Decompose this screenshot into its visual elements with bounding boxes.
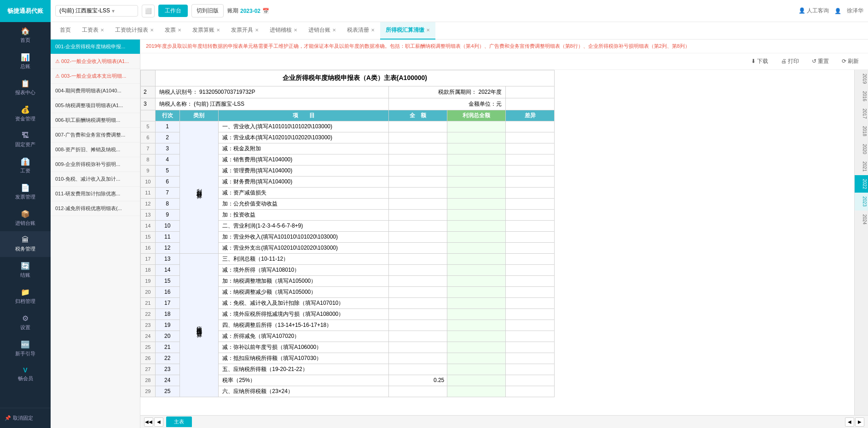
download-button[interactable]: ⬇ 下载	[747, 56, 772, 67]
year-2020[interactable]: 2020	[855, 140, 868, 158]
tab-purchase-audit[interactable]: 进销稽核 ✕	[264, 22, 303, 40]
tax-list-item-010[interactable]: 010-免税、减计收入及加计...	[51, 172, 140, 187]
company-selector[interactable]: (勾前) 江西服宝-LSS ▾	[55, 5, 138, 17]
print-button[interactable]: 🖨 打印	[777, 56, 803, 67]
sidebar-item-ledger[interactable]: 📊 总账	[0, 48, 51, 74]
guide-icon: 🆕	[21, 340, 30, 349]
tab-invoice-calc[interactable]: 发票算账 ✕	[187, 22, 226, 40]
close-tab-invoice[interactable]: ✕	[178, 28, 181, 33]
tab-payroll[interactable]: 工资表 ✕	[76, 22, 110, 40]
sidebar-label-purchase-sales: 进销台账	[15, 220, 35, 227]
table-container[interactable]: 企业所得税年度纳税申报表（A类）主表(A100000) 2 纳税人识别号： 91…	[140, 70, 854, 416]
close-tab-purchase-ledger[interactable]: ✕	[332, 28, 336, 33]
tab-tax-list[interactable]: 税表清册 ✕	[341, 22, 380, 40]
tax-list-item-004[interactable]: 004-期间费用明细表(A1040...	[51, 84, 140, 98]
nav-tabs: 首页 工资表 ✕ 工资统计报表 ✕ 发票 ✕ 发票算账 ✕ 发票开具 ✕ 进销稽…	[51, 22, 868, 40]
sidebar-label-guide: 新手引导	[15, 350, 35, 357]
close-tab-purchase-audit[interactable]: ✕	[294, 28, 297, 33]
sidebar-item-settings[interactable]: ⚙ 设置	[0, 309, 51, 336]
tab-payroll-stats[interactable]: 工资统计报表 ✕	[110, 22, 159, 40]
sidebar-label-ledger: 总账	[20, 63, 30, 70]
sidebar-item-invoices[interactable]: 📄 发票管理	[0, 179, 51, 205]
tax-list-item-001[interactable]: 001-企业所得税年度纳税申报...	[51, 40, 140, 54]
pin-icon: 📌	[5, 415, 11, 421]
tab-invoice-open[interactable]: 发票开具 ✕	[226, 22, 264, 40]
scroll-left-btn[interactable]: ◀	[845, 417, 854, 427]
calendar-icon[interactable]: 📅	[262, 8, 269, 14]
taxpayer-id-value: 91320500703719732P	[199, 89, 255, 95]
warn-icon-002: ⚠	[55, 58, 61, 64]
taxpayer-name-value: (勾前) 江西服宝-LSS	[194, 101, 244, 107]
taxpayer-name-label: 纳税人名称：	[159, 101, 192, 107]
nav-first-btn[interactable]: ◀◀	[144, 417, 153, 427]
col-header-diff: 差异	[506, 110, 555, 121]
table-row: 1713应纳税所得额计算三、利润总额（10-11-12）	[141, 253, 555, 264]
sidebar-label-reports: 报表中心	[15, 89, 35, 96]
year-2019[interactable]: 2019	[855, 70, 868, 87]
tax-list-item-011[interactable]: 011-研发费用加计扣除优惠...	[51, 187, 140, 201]
sidebar-item-tax[interactable]: 🏛 税务管理	[0, 231, 51, 257]
table-header-row: 行次 类别 项 目 全 额 利润总全额 差异	[141, 110, 555, 121]
topbar: (勾前) 江西服宝-LSS ▾ ⬜ 工作台 切到旧版 账期 2023-02 📅 …	[51, 0, 868, 22]
tax-list-item-012[interactable]: 012-减免所得税优惠明细表(...	[51, 201, 140, 216]
col-header-profit: 利润总全额	[447, 110, 506, 121]
col-header-line: 行次	[155, 110, 179, 121]
refresh-button[interactable]: ⟳ 刷新	[838, 56, 862, 67]
sidebar-item-funds[interactable]: 💰 资金管理	[0, 101, 51, 127]
title-row: 企业所得税年度纳税申报表（A类）主表(A100000)	[141, 70, 555, 86]
sidebar-item-home[interactable]: 🏠 首页	[0, 22, 51, 48]
tax-list-item-008[interactable]: 008-资产折旧、摊销及纳税...	[51, 143, 140, 157]
tab-purchase-ledger[interactable]: 进销台账 ✕	[303, 22, 341, 40]
close-tab-invoice-calc[interactable]: ✕	[216, 28, 220, 33]
scroll-right-btn[interactable]: ▶	[855, 417, 864, 427]
year-2017[interactable]: 2017	[855, 105, 868, 122]
sidebar-item-assets[interactable]: 🏗 固定资产	[0, 127, 51, 153]
close-tab-income-tax[interactable]: ✕	[426, 28, 430, 33]
tax-list-item-002[interactable]: ⚠ 002-一般企业收入明细表(A1...	[51, 54, 140, 69]
taxpayer-id-label: 纳税人识别号：	[159, 89, 198, 95]
table-row: 51利润总额计算一、营业收入(填写A101010\101020\103000)	[141, 121, 555, 132]
sidebar-item-payroll[interactable]: 👔 工资	[0, 153, 51, 179]
print-icon-btn[interactable]: ⬜	[142, 5, 155, 17]
tax-list-item-007[interactable]: 007-广告费和业务宣传费调整...	[51, 128, 140, 143]
close-tab-payroll[interactable]: ✕	[100, 28, 104, 33]
close-tab-invoice-open[interactable]: ✕	[255, 28, 259, 33]
tab-income-tax[interactable]: 所得税汇算清缴 ✕	[380, 22, 435, 40]
tax-list-panel: 001-企业所得税年度纳税申报... ⚠ 002-一般企业收入明细表(A1...…	[51, 40, 140, 428]
tax-list-item-003[interactable]: ⚠ 003-一般企业成本支出明细...	[51, 69, 140, 84]
service-icon: 👤	[799, 7, 805, 14]
year-2016[interactable]: 2016	[855, 87, 868, 105]
tab-home[interactable]: 首页	[54, 22, 76, 40]
year-2021[interactable]: 2021	[855, 158, 868, 175]
close-tab-tax-list[interactable]: ✕	[371, 28, 375, 33]
username: 徐泽华	[847, 7, 863, 15]
sidebar-item-reports[interactable]: 📋 报表中心	[0, 74, 51, 101]
tax-list-item-009[interactable]: 009-企业所得税弥补亏损明...	[51, 157, 140, 172]
close-tab-payroll-stats[interactable]: ✕	[150, 28, 154, 33]
year-2018[interactable]: 2018	[855, 122, 868, 140]
reports-icon: 📋	[21, 79, 30, 88]
warn-icon-003: ⚠	[55, 73, 61, 79]
main-table: 企业所得税年度纳税申报表（A类）主表(A100000) 2 纳税人识别号： 91…	[140, 70, 555, 397]
customer-service[interactable]: 👤 人工客询	[799, 7, 829, 15]
bottom-area: ◀◀ ◀ 主表 ◀ ▶	[140, 415, 868, 428]
ledger-icon: 📊	[21, 53, 30, 62]
sidebar-item-vip[interactable]: V 畅会员	[0, 362, 51, 387]
year-2024[interactable]: 2024	[855, 211, 868, 228]
unpin-button[interactable]: 📌 取消固定	[0, 412, 51, 424]
tax-list-item-006[interactable]: 006-职工薪酬纳税调整明细...	[51, 113, 140, 128]
sidebar-item-archive[interactable]: 📁 归档管理	[0, 283, 51, 309]
tax-list-item-005[interactable]: 005-纳税调整项目明细表(A1...	[51, 98, 140, 113]
sidebar-item-closing[interactable]: 🔄 结账	[0, 257, 51, 283]
nav-prev-btn[interactable]: ◀	[154, 417, 163, 427]
tab-invoice[interactable]: 发票 ✕	[159, 22, 187, 40]
sidebar-item-purchase-sales[interactable]: 📦 进销台账	[0, 205, 51, 231]
table-navigation: ◀◀ ◀ 主表 ◀ ▶	[140, 415, 868, 428]
reset-button[interactable]: ↺ 重置	[808, 56, 833, 67]
workbench-button[interactable]: 工作台	[158, 5, 188, 17]
switch-version-button[interactable]: 切到旧版	[191, 4, 224, 17]
year-2022[interactable]: 2022	[855, 175, 868, 193]
sidebar-item-guide[interactable]: 🆕 新手引导	[0, 336, 51, 362]
sheet-tab-main[interactable]: 主表	[166, 417, 192, 427]
year-2023[interactable]: 2023	[855, 193, 868, 210]
